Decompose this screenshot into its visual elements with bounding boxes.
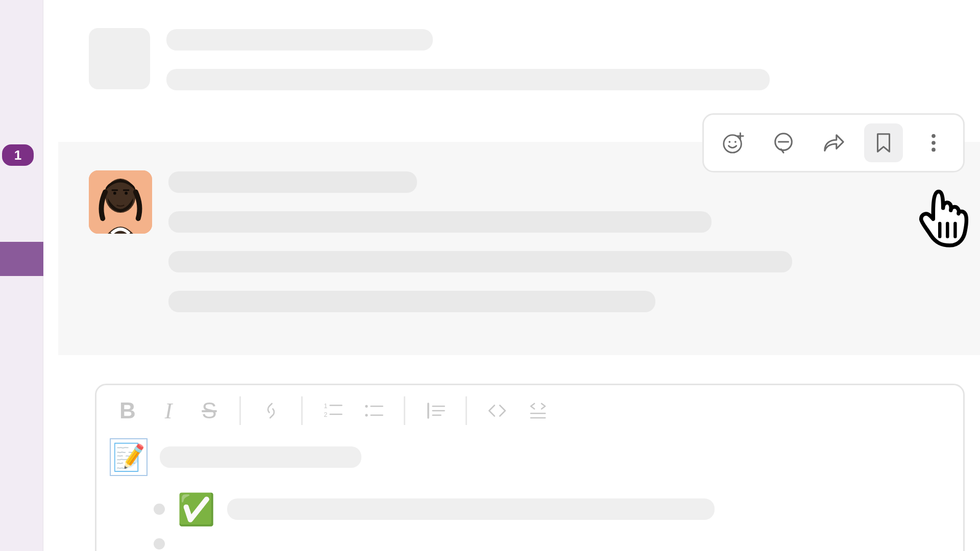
svg-point-14 (932, 141, 936, 145)
link-icon (260, 400, 282, 421)
message-lines (166, 28, 770, 90)
code-block-icon (527, 400, 549, 421)
bullet-marker (154, 504, 165, 515)
message-hovered[interactable] (58, 142, 980, 355)
memo-emoji-glyph: 📝 (112, 442, 145, 473)
svg-point-23 (365, 405, 368, 408)
hand-cursor-icon (912, 181, 978, 252)
svg-point-15 (932, 148, 936, 152)
add-reaction-button[interactable] (714, 123, 753, 162)
text-placeholder (168, 211, 712, 233)
message-skeleton (89, 28, 770, 90)
ordered-list-icon: 1 2 (322, 400, 344, 421)
blockquote-icon (425, 400, 446, 421)
check-emoji-glyph: ✅ (177, 491, 215, 528)
message-lines (168, 170, 792, 312)
smile-plus-icon (722, 131, 745, 155)
svg-rect-4 (112, 189, 118, 191)
format-italic-button[interactable]: I (151, 395, 186, 426)
svg-point-8 (735, 141, 736, 142)
channel-view: B I S 1 2 (58, 0, 980, 551)
text-placeholder (160, 446, 361, 468)
text-placeholder (227, 498, 715, 520)
text-placeholder (168, 171, 417, 193)
text-placeholder (166, 29, 433, 51)
workspace-rail: 1 (0, 0, 43, 551)
format-ordered-list-button[interactable]: 1 2 (315, 395, 351, 426)
svg-point-7 (729, 141, 730, 142)
thread-button[interactable] (764, 123, 803, 162)
format-strike-button[interactable]: S (191, 395, 227, 426)
code-icon (486, 400, 508, 421)
avatar[interactable] (89, 170, 152, 234)
format-codeblock-button[interactable] (520, 395, 556, 426)
format-code-button[interactable] (479, 395, 515, 426)
speech-bubble-icon (772, 131, 795, 155)
svg-point-6 (724, 135, 742, 153)
svg-text:1: 1 (324, 403, 328, 410)
composer-line: 📝 (110, 438, 950, 476)
message-row (89, 170, 792, 312)
bullet-list-icon (363, 400, 384, 421)
svg-rect-5 (123, 189, 129, 191)
svg-point-3 (125, 192, 128, 195)
composer-line: ✅ (110, 490, 950, 528)
memo-emoji: 📝 (110, 438, 148, 476)
avatar-placeholder (89, 28, 150, 89)
avatar-illustration (89, 170, 152, 234)
composer-line (110, 538, 950, 549)
text-placeholder (168, 291, 655, 312)
bullet-marker (154, 538, 165, 549)
svg-point-24 (365, 414, 368, 416)
mention-badge[interactable]: 1 (2, 144, 34, 166)
svg-point-13 (932, 134, 936, 138)
text-placeholder (166, 69, 770, 90)
format-blockquote-button[interactable] (418, 395, 453, 426)
formatting-toolbar: B I S 1 2 (96, 385, 963, 436)
text-placeholder (168, 251, 792, 272)
format-bold-button[interactable]: B (110, 395, 145, 426)
share-arrow-icon (822, 131, 845, 155)
message-composer[interactable]: B I S 1 2 (95, 384, 965, 551)
more-actions-button[interactable] (914, 123, 953, 162)
format-bullet-list-button[interactable] (356, 395, 391, 426)
strike-glyph: S (202, 398, 216, 423)
italic-glyph: I (165, 398, 173, 424)
bold-glyph: B (119, 398, 136, 423)
pointer-cursor-overlay (912, 181, 978, 252)
format-link-button[interactable] (253, 395, 289, 426)
rail-selected-item[interactable] (0, 242, 43, 276)
check-emoji: ✅ (177, 490, 215, 528)
composer-body[interactable]: 📝 ✅ (96, 438, 963, 551)
toolbar-divider (239, 396, 241, 425)
toolbar-divider (301, 396, 303, 425)
message-actions-toolbar (702, 113, 965, 172)
mention-count: 1 (14, 147, 21, 163)
svg-point-2 (113, 192, 116, 195)
share-button[interactable] (814, 123, 853, 162)
bookmark-button[interactable] (864, 123, 903, 162)
bookmark-icon (872, 131, 895, 155)
toolbar-divider (465, 396, 467, 425)
toolbar-divider (404, 396, 405, 425)
svg-text:2: 2 (324, 411, 328, 418)
more-vertical-icon (922, 131, 945, 155)
